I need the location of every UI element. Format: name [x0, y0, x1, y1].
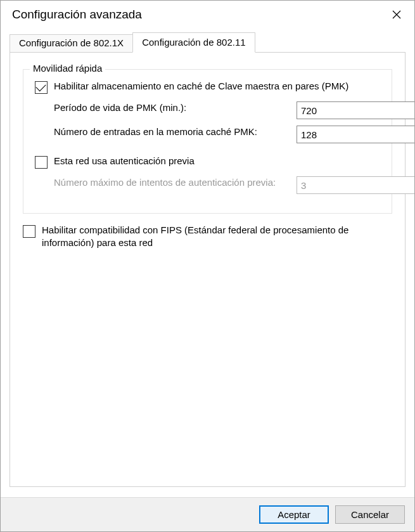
content-area: Configuración de 802.1X Configuración de…	[1, 30, 414, 497]
preauth-row: Esta red usa autenticación previa	[35, 155, 380, 169]
roaming-group: Movilidad rápida Habilitar almacenamient…	[23, 69, 392, 214]
pmk-lifetime-row: Período de vida de PMK (min.): ▲ ▼	[54, 101, 380, 119]
tab-80211[interactable]: Configuración de 802.11	[132, 32, 255, 53]
pmk-enable-row: Habilitar almacenamiento en caché de Cla…	[35, 80, 380, 94]
preauth-max-label: Número máximo de intentos de autenticaci…	[54, 176, 297, 189]
title-bar: Configuración avanzada	[1, 1, 414, 30]
preauth-label: Esta red usa autenticación previa	[54, 155, 195, 167]
pmk-entries-input[interactable]	[297, 126, 414, 143]
fips-checkbox[interactable]	[23, 225, 35, 238]
pmk-entries-spinner: ▲ ▼	[297, 126, 380, 143]
roaming-group-label: Movilidad rápida	[30, 63, 105, 74]
ok-button[interactable]: Aceptar	[259, 505, 329, 524]
preauth-settings: Número máximo de intentos de autenticaci…	[54, 176, 380, 194]
preauth-checkbox[interactable]	[35, 156, 48, 169]
pmk-lifetime-spinner: ▲ ▼	[297, 101, 380, 119]
cancel-button[interactable]: Cancelar	[335, 505, 405, 524]
tab-panel-80211: Movilidad rápida Habilitar almacenamient…	[10, 52, 405, 487]
preauth-max-spinner: ▲ ▼	[297, 176, 380, 194]
fips-label: Habilitar compatibilidad con FIPS (Están…	[42, 224, 392, 250]
pmk-lifetime-input[interactable]	[297, 101, 414, 119]
tab-8021x[interactable]: Configuración de 802.1X	[10, 34, 133, 53]
dialog-title: Configuración avanzada	[12, 8, 142, 22]
preauth-max-row: Número máximo de intentos de autenticaci…	[54, 176, 380, 194]
preauth-max-input	[297, 176, 414, 194]
pmk-enable-label: Habilitar almacenamiento en caché de Cla…	[54, 80, 348, 93]
pmk-enable-checkbox[interactable]	[35, 81, 48, 94]
footer: Aceptar Cancelar	[1, 497, 414, 531]
pmk-entries-row: Número de entradas en la memoria caché P…	[54, 126, 380, 143]
pmk-entries-label: Número de entradas en la memoria caché P…	[54, 126, 297, 138]
fips-row: Habilitar compatibilidad con FIPS (Están…	[23, 224, 392, 250]
pmk-settings: Período de vida de PMK (min.): ▲ ▼ Númer…	[54, 101, 380, 143]
close-icon[interactable]	[389, 7, 404, 22]
pmk-lifetime-label: Período de vida de PMK (min.):	[54, 101, 297, 114]
tabs: Configuración de 802.1X Configuración de…	[10, 32, 405, 53]
